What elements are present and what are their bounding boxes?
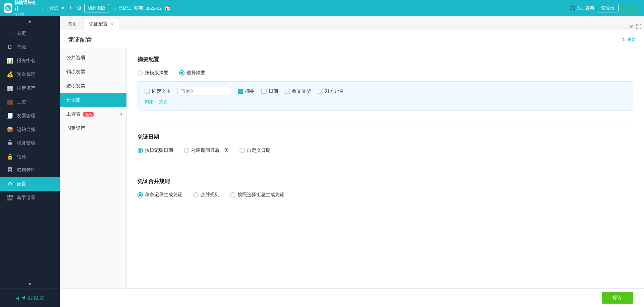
period-value: 2023-02 [146, 6, 162, 11]
date-radio2-circle [184, 148, 189, 153]
salary-icon: 💼 [7, 99, 13, 105]
merge-option1-label: 单条记录生成凭证 [145, 192, 182, 198]
tab-controls: ✕ ⛶ [629, 24, 644, 30]
tab-bar: 首页 凭证配置 × ✕ ⛶ [60, 16, 644, 30]
human-service-button[interactable]: 🎧 人工咨询 [570, 5, 594, 11]
summary-section-title: 摘要配置 [138, 56, 633, 63]
merge-option3[interactable]: 按照选择汇总生成凭证 [230, 192, 284, 198]
date-checkbox [261, 89, 267, 94]
save-button[interactable]: 保存 [602, 292, 633, 304]
checkbox-date[interactable]: 日期 [261, 88, 278, 94]
counterpart-label: 对方户名 [325, 88, 344, 94]
funds-icon: 💰 [7, 71, 13, 78]
tab-close-icon[interactable]: × [111, 22, 113, 27]
add-button[interactable]: + [67, 4, 74, 12]
ledger-icon: 🗒 [7, 44, 13, 50]
income-type-checkbox [285, 89, 290, 94]
sidebar-label-ledger: 总账 [17, 44, 26, 50]
date-section-title: 凭证日期 [138, 134, 633, 141]
sidebar-item-sales[interactable]: 📦 进销台账 [0, 123, 60, 136]
switch-old-button[interactable]: 切到旧版 [84, 4, 109, 12]
sidebar-item-invoice[interactable]: 🧾 发票管理 [0, 109, 60, 123]
sales-icon: 📦 [7, 126, 13, 133]
settings-icon[interactable]: ⚙ [77, 5, 82, 11]
checkbox-income-type[interactable]: 收支类型 [285, 88, 311, 94]
headset-icon: 🎧 [570, 6, 575, 11]
date-option1[interactable]: 按日记账日期 [138, 147, 173, 154]
refresh-button[interactable]: ↻ 刷新 [622, 37, 636, 43]
assets-icon: 🏢 [7, 85, 13, 91]
page-header: 凭证配置 ↻ 刷新 [60, 30, 644, 48]
new-badge: NEW [83, 112, 94, 117]
merge-option1[interactable]: 单条记录生成凭证 [138, 192, 182, 198]
logo-sub: 专业版 [14, 12, 38, 16]
checkbox-counterpart[interactable]: 对方户名 [318, 88, 344, 94]
summary-option1[interactable]: 按模版摘要 [138, 70, 168, 76]
sidebar-scroll-up[interactable]: ▲ [28, 18, 32, 24]
logo-text: 畅捷通好会计 [14, 0, 38, 12]
left-nav-payroll[interactable]: 工资表 NEW ▾ [60, 107, 126, 121]
summary-checkboxes: 固定文本 ✓ 摘要 日期 [145, 87, 626, 95]
date-option2[interactable]: 对应期间最后一天 [184, 147, 229, 154]
sidebar-scroll-down[interactable]: ▼ [28, 281, 32, 287]
sidebar-item-reports[interactable]: 📊 报表中心 [0, 54, 60, 68]
sidebar-label-assets: 固定资产 [17, 85, 36, 91]
date-radio3-circle [239, 148, 245, 153]
sidebar-item-ledger[interactable]: 🗒 总账 [0, 40, 60, 54]
checkbox-summary[interactable]: ✓ 摘要 [238, 88, 255, 94]
close-tab-button[interactable]: ✕ [629, 24, 633, 30]
cancel-fixed-button[interactable]: ◀ ◀ 取消固定 [0, 292, 60, 304]
shield-icon: 🛡 [112, 5, 117, 11]
sidebar-item-tax[interactable]: 🏛 税务管理 [0, 136, 60, 150]
human-service-label: 人工咨询 [577, 5, 594, 11]
left-nav-public-label: 公共选项 [66, 55, 85, 60]
summary-box: 固定文本 ✓ 摘要 日期 [138, 81, 633, 111]
left-nav-public[interactable]: 公共选项 [60, 51, 126, 65]
fixed-text-label: 固定文本 [152, 88, 171, 94]
left-nav-sales-invoice[interactable]: 销项发票 [60, 65, 126, 79]
merge-radio1-circle [138, 192, 143, 198]
summary-option2[interactable]: 选择摘要 [179, 70, 205, 76]
tax-icon: 🏛 [7, 140, 13, 146]
sidebar-item-assets[interactable]: 🏢 固定资产 [0, 81, 60, 95]
right-content: 摘要配置 按模版摘要 选择摘要 [127, 48, 644, 288]
fixed-text-checkbox [145, 89, 150, 94]
top-bar: 好 畅捷通好会计 专业版 | 测试 ▾ + ⚙ 切到旧版 🛡 已认证 账期 20… [0, 0, 644, 16]
expand-button[interactable]: ⛶ [636, 24, 641, 30]
sidebar-item-archive[interactable]: 🗄 归档管理 [0, 164, 60, 177]
content-split: 公共选项 销项发票 进项发票 日记账 工资表 NEW [60, 48, 644, 288]
sidebar-item-funds[interactable]: 💰 资金管理 [0, 68, 60, 81]
left-nav-fixed-assets[interactable]: 固定资产 [60, 121, 126, 135]
summary-option2-label: 选择摘要 [186, 70, 205, 76]
calendar-icon[interactable]: 📅 [164, 5, 170, 11]
sidebar-item-salary[interactable]: 💼 工资 [0, 95, 60, 109]
date-option3-label: 自定义日期 [247, 147, 270, 154]
merge-section-title: 凭证合并规则 [138, 178, 633, 185]
tab-home[interactable]: 首页 [62, 18, 83, 30]
example-text: 例如： 摘要 [145, 99, 626, 105]
project-dropdown-icon[interactable]: ▾ [62, 5, 64, 11]
accountant-button[interactable]: 会计 [623, 4, 640, 12]
left-nav-journal-label: 日记账 [66, 97, 80, 102]
tab-voucher-config[interactable]: 凭证配置 × [83, 18, 119, 30]
sidebar-label-sales: 进销台账 [17, 127, 36, 133]
sidebar-item-guide[interactable]: 🎬 新手引导 [0, 191, 60, 205]
left-nav-journal[interactable]: 日记账 [60, 93, 126, 107]
sidebar-item-home[interactable]: ⌂ 首页 [0, 27, 60, 40]
date-option3[interactable]: 自定义日期 [239, 147, 270, 154]
left-nav-sales-invoice-label: 销项发票 [66, 69, 85, 74]
left-nav-purchase-invoice-label: 进项发票 [66, 83, 85, 88]
sidebar-label-closing: 结账 [17, 154, 26, 160]
payroll-arrow-icon: ▾ [120, 112, 122, 117]
sidebar-item-settings[interactable]: ⚙ 设置 [0, 177, 60, 191]
left-nav-purchase-invoice[interactable]: 进项发票 [60, 79, 126, 93]
merge-section: 凭证合并规则 单条记录生成凭证 合并规则 [138, 178, 633, 211]
certified-label: 已认证 [118, 5, 131, 11]
checkbox-fixed-text[interactable]: 固定文本 [145, 88, 171, 94]
logo-icon: 好 [4, 3, 12, 13]
admin-button[interactable]: 管理员 [597, 4, 619, 12]
fixed-text-input[interactable] [177, 87, 231, 95]
merge-option2[interactable]: 合并规则 [193, 192, 219, 198]
merge-radio-group: 单条记录生成凭证 合并规则 按照选择汇总生成凭证 [138, 192, 633, 198]
sidebar-item-closing[interactable]: 🔒 结账 [0, 150, 60, 164]
